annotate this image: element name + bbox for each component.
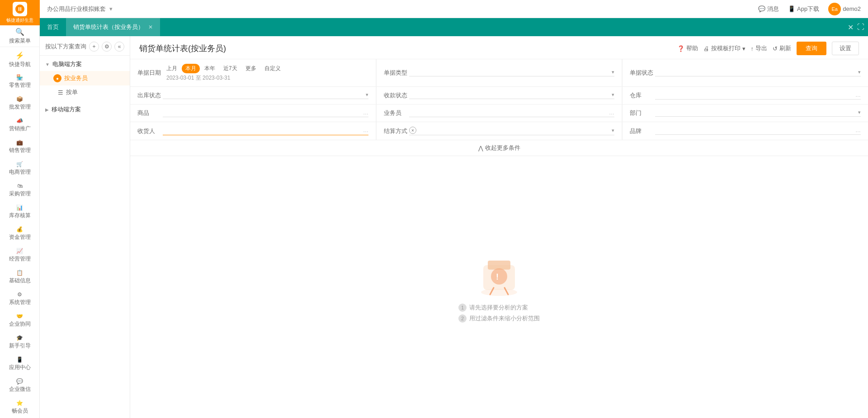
desktop-arrow-icon: ▼ (45, 62, 50, 67)
page-content: 按以下方案查询 + ⚙ « ▼ 电脑端方案 (40, 36, 868, 418)
user-avatar-area[interactable]: Ea demo2 (828, 3, 861, 15)
date-this-month[interactable]: 本月 (182, 64, 200, 73)
doctype-chevron: ▾ (612, 69, 614, 75)
order-icon: ☰ (58, 89, 63, 96)
logo-text: 畅捷通好生意 (6, 17, 33, 24)
sidebar-item-basic[interactable]: 📋 基础信息 (0, 266, 40, 288)
basic-icon: 📋 (16, 270, 23, 276)
print-icon: 🖨 (703, 45, 709, 52)
payment-clear-icon[interactable]: × (409, 127, 416, 134)
sidebar-item-enterprise[interactable]: 🤝 企业协同 (0, 309, 40, 331)
sidebar-item-finance[interactable]: 💰 资金管理 (0, 223, 40, 244)
doctype-select[interactable]: ▾ (409, 69, 614, 76)
consignee-input[interactable]: … (163, 127, 368, 135)
empty-hint: 1 请先选择要分析的方案 2 用过滤条件来缩小分析范围 (458, 304, 540, 323)
mobile-arrow-icon: ▶ (45, 107, 49, 112)
date-label: 单据日期 (137, 69, 163, 77)
department-chevron: ▾ (858, 109, 861, 115)
appcenter-icon: 📱 (16, 356, 23, 363)
sidebar-item-appcenter[interactable]: 📱 应用中心 (0, 353, 40, 375)
purchase-label: 采购管理 (9, 190, 31, 198)
doctype-control: ▾ (409, 69, 614, 76)
docstatus-select[interactable]: ▾ (655, 69, 861, 76)
sidebar-item-wholesale[interactable]: 📦 批发管理 (0, 92, 40, 114)
sidebar-item-wechat[interactable]: 💬 企业微信 (0, 375, 40, 396)
sidebar-item-purchase[interactable]: 🛍 采购管理 (0, 179, 40, 201)
goods-select[interactable]: … (163, 109, 368, 117)
tab-bar-actions: ✕ ⛶ (848, 23, 868, 32)
receiptstatus-select[interactable]: ▾ (409, 92, 614, 99)
sidebar-item-sales[interactable]: 💼 销售管理 (0, 136, 40, 157)
system-label: 系统管理 (9, 299, 31, 306)
query-button[interactable]: 查询 (797, 42, 826, 55)
member-label: 畅会员 (12, 407, 28, 415)
salesperson-select[interactable]: … (409, 109, 614, 117)
date-last-7days[interactable]: 近7天 (220, 64, 241, 73)
inventory-icon: 📊 (16, 204, 23, 211)
outstatus-select[interactable]: ▾ (163, 92, 368, 99)
payment-chevron: ▾ (612, 128, 614, 133)
scheme-by-salesperson[interactable]: ● 按业务员 (40, 71, 130, 86)
newbie-icon: 🎓 (16, 335, 23, 341)
settings-button[interactable]: 设置 (832, 42, 859, 55)
sidebar-item-inventory[interactable]: 📊 库存核算 (0, 201, 40, 223)
consignee-text-input[interactable] (163, 127, 363, 134)
payment-select[interactable]: × ▾ (409, 127, 614, 135)
sidebar-shortcut[interactable]: ⚡ 快捷导航 (0, 49, 40, 71)
breadcrumb-dropdown-icon[interactable]: ▾ (109, 5, 113, 12)
collapse-panel-btn[interactable]: « (114, 42, 124, 52)
message-btn[interactable]: 💬 消息 (758, 5, 779, 13)
sidebar-search[interactable]: 🔍 搜索菜单 (0, 25, 40, 47)
sidebar-item-marketing[interactable]: 📣 营销推广 (0, 114, 40, 136)
warehouse-select[interactable]: … (655, 92, 861, 100)
add-scheme-btn[interactable]: + (89, 42, 99, 52)
sidebar-item-operations[interactable]: 📈 经营管理 (0, 244, 40, 266)
consignee-more-icon: … (363, 127, 368, 133)
date-custom[interactable]: 自定义 (261, 64, 284, 73)
help-btn[interactable]: ❓ 帮助 (677, 44, 698, 52)
department-select[interactable]: ▾ (655, 109, 861, 117)
add-icon: + (92, 43, 95, 50)
sidebar-item-system[interactable]: ⚙ 系统管理 (0, 288, 40, 309)
sidebar-item-retail[interactable]: 🏪 零售管理 (0, 71, 40, 92)
refresh-btn[interactable]: ↺ 刷新 (773, 44, 791, 52)
tab-expand-icon[interactable]: ⛶ (857, 23, 864, 31)
date-more[interactable]: 更多 (242, 64, 260, 73)
collapse-row[interactable]: ⋀ 收起更多条件 (130, 140, 868, 156)
marketing-icon: 📣 (16, 118, 23, 124)
left-panel-header-icons: + ⚙ « (89, 42, 124, 52)
goods-more-icon: … (363, 109, 368, 116)
tab-sales-stats[interactable]: 销货单统计表（按业务员） ✕ (66, 18, 160, 36)
marketing-label: 营销推广 (9, 125, 31, 133)
tab-home[interactable]: 首页 (40, 18, 66, 36)
print-btn[interactable]: 🖨 按模板打印 ▾ (703, 44, 745, 52)
main-area: 办公用品行业模拟账套 ▾ 💬 消息 📱 App下载 Ea demo2 首页 (40, 0, 868, 418)
date-last-month[interactable]: 上月 (163, 64, 181, 73)
date-controls: 上月 本月 本年 近7天 更多 自定义 2023-03-01 至 2023-03… (163, 64, 368, 82)
filter-consignee-field: 收货人 … (130, 122, 376, 140)
app-download-btn[interactable]: 📱 App下载 (788, 5, 819, 13)
scheme-by-order[interactable]: ☰ 按单 (40, 86, 130, 99)
empty-svg: ! (472, 252, 526, 297)
sidebar-item-member[interactable]: ⭐ 畅会员 (0, 396, 40, 418)
scheme-salesperson-label: 按业务员 (64, 74, 88, 82)
print-label: 按模板打印 (711, 44, 741, 52)
docstatus-label: 单据状态 (630, 69, 655, 77)
tab-close-window-icon[interactable]: ✕ (848, 23, 854, 32)
desktop-section: ▼ 电脑端方案 ● 按业务员 ☰ 按单 (40, 56, 130, 101)
user-name: demo2 (843, 5, 861, 12)
sidebar-item-newbie[interactable]: 🎓 新手引导 (0, 331, 40, 353)
brand-select[interactable]: … (655, 127, 861, 135)
settings-scheme-btn[interactable]: ⚙ (102, 42, 112, 52)
mobile-section-label: 移动端方案 (52, 105, 81, 114)
tab-close-icon[interactable]: ✕ (148, 24, 153, 30)
mobile-section-header[interactable]: ▶ 移动端方案 (40, 103, 130, 116)
date-this-year[interactable]: 本年 (201, 64, 219, 73)
app-logo[interactable]: 畅捷通好生意 (0, 0, 40, 25)
app-download-icon: 📱 (788, 5, 795, 12)
sidebar-item-ecommerce[interactable]: 🛒 电商管理 (0, 157, 40, 179)
export-btn[interactable]: ↑ 导出 (751, 44, 768, 52)
hint-text-1: 请先选择要分析的方案 (469, 304, 528, 312)
message-label: 消息 (767, 5, 779, 13)
desktop-section-header[interactable]: ▼ 电脑端方案 (40, 57, 130, 71)
